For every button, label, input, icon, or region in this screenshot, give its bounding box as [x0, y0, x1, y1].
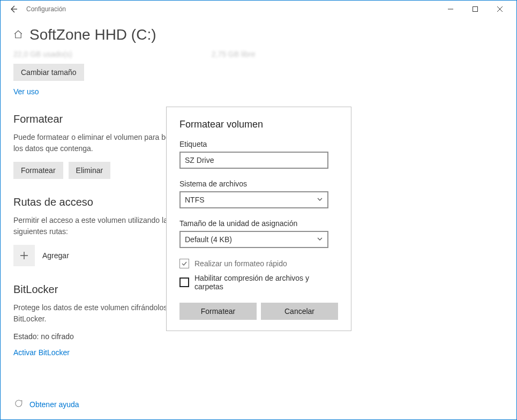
- view-usage-link[interactable]: Ver uso: [13, 87, 39, 96]
- chat-icon: [13, 399, 23, 410]
- format-button[interactable]: Formatear: [13, 162, 63, 179]
- resize-button[interactable]: Cambiar tamaño: [13, 64, 84, 81]
- back-button[interactable]: [5, 1, 22, 18]
- quick-format-label: Realizar un formateo rápido: [194, 259, 287, 268]
- fs-select[interactable]: NTFS: [179, 191, 328, 208]
- svg-rect-0: [473, 7, 478, 12]
- content-area: SoftZone HHD (C:) 22,0 GB usado(s) 2,75 …: [1, 18, 516, 419]
- close-button[interactable]: [488, 1, 512, 18]
- help-link[interactable]: Obtener ayuda: [29, 400, 79, 409]
- quick-format-row[interactable]: Realizar un formateo rápido: [179, 259, 338, 268]
- compression-label: Habilitar compresión de archivos y carpe…: [194, 274, 338, 291]
- arrow-left-icon: [9, 5, 18, 13]
- fs-field-label: Sistema de archivos: [179, 179, 338, 188]
- add-icon: [13, 245, 35, 266]
- usage-row: 22,0 GB usado(s) 2,75 GB libre: [13, 50, 504, 64]
- format-dialog: Formatear volumen Etiqueta Sistema de ar…: [166, 107, 351, 331]
- alloc-field-label: Tamaño de la unidad de asignación: [179, 219, 338, 228]
- alloc-select[interactable]: Default (4 KB): [179, 231, 328, 248]
- compression-row[interactable]: Habilitar compresión de archivos y carpe…: [179, 274, 338, 291]
- checkbox-unchecked-icon: [179, 278, 189, 287]
- maximize-button[interactable]: [463, 1, 488, 18]
- chevron-down-icon: [317, 235, 323, 244]
- page-title: SoftZone HHD (C:): [29, 26, 156, 43]
- usage-free: 2,75 GB libre: [212, 50, 256, 58]
- dialog-format-button[interactable]: Formatear: [179, 303, 257, 320]
- alloc-select-value: Default (4 KB): [185, 235, 232, 244]
- dialog-cancel-button[interactable]: Cancelar: [261, 303, 338, 320]
- maximize-icon: [473, 6, 478, 12]
- home-icon[interactable]: [13, 29, 23, 41]
- dialog-title: Formatear volumen: [179, 119, 338, 130]
- minimize-icon: [448, 6, 453, 12]
- checkbox-checked-icon: [179, 259, 189, 268]
- label-input[interactable]: [179, 152, 328, 169]
- bitlocker-status: Estado: no cifrado: [13, 332, 504, 341]
- usage-used: 22,0 GB usado(s): [13, 50, 72, 58]
- footer: Obtener ayuda: [13, 399, 79, 410]
- window-title: Configuración: [26, 5, 66, 13]
- add-path-label: Agregar: [42, 251, 69, 260]
- label-field-label: Etiqueta: [179, 140, 338, 148]
- chevron-down-icon: [317, 196, 323, 204]
- delete-button[interactable]: Eliminar: [69, 162, 111, 179]
- activate-bitlocker-link[interactable]: Activar BitLocker: [13, 348, 70, 357]
- page-header: SoftZone HHD (C:): [13, 26, 504, 43]
- fs-select-value: NTFS: [185, 196, 205, 204]
- titlebar: Configuración: [1, 1, 516, 18]
- minimize-button[interactable]: [438, 1, 463, 18]
- close-icon: [497, 6, 503, 12]
